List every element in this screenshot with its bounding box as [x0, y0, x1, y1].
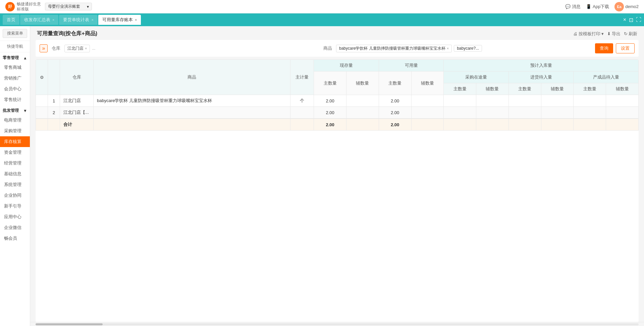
- sidebar-item-operation[interactable]: 经营管理: [0, 158, 30, 169]
- sidebar-item-basic-info[interactable]: 基础信息: [0, 169, 30, 179]
- th-available-qty: 可用量: [379, 60, 444, 72]
- sidebar-item-system[interactable]: 系统管理: [0, 179, 30, 190]
- sidebar-section-wholesale: 批发管理 ▼: [0, 105, 30, 115]
- th-inbound-pending: 进货待入量: [508, 72, 574, 83]
- product-tag-1: babycare学饮杯 儿童防摔防撞吸管杯重力球吸嘴杯宝宝水杯 ×: [336, 45, 452, 52]
- sidebar-item-ecommerce[interactable]: 电商管理: [0, 115, 30, 126]
- print-icon: 🖨: [573, 31, 578, 36]
- sidebar-item-purchase[interactable]: 采购管理: [0, 126, 30, 136]
- th-purchase-main: 主数量: [444, 83, 476, 95]
- sidebar-item-marketing[interactable]: 营销推广: [0, 73, 30, 84]
- avatar: Ea: [614, 2, 624, 11]
- sidebar-item-app-center[interactable]: 应用中心: [0, 212, 30, 222]
- top-bar-left: 好 畅捷通好生意 标准版 母婴行业演示账套 ▾: [5, 2, 92, 11]
- sidebar-item-member-center[interactable]: 会员中心: [0, 84, 30, 94]
- th-inbound-aux: 辅数量: [541, 83, 574, 95]
- maximize-window-icon[interactable]: ⛶: [636, 17, 641, 23]
- tab-receipt-summary[interactable]: 收发存汇总表 ×: [20, 15, 58, 25]
- td-group-avail-aux: [411, 107, 444, 119]
- message-button[interactable]: 💬 消息: [565, 4, 581, 10]
- data-table: ⚙ 仓库 商品 主计量 现存量 可用量 预计入库量 主数量 辅数量 主数量 辅数…: [36, 59, 639, 131]
- tab-order-stats[interactable]: 要货单统计表 ×: [59, 15, 97, 25]
- tab-receipt-summary-label: 收发存汇总表: [24, 17, 50, 23]
- scrollbar-thumb[interactable]: [36, 323, 103, 325]
- th-warehouse: 仓库: [60, 60, 94, 95]
- td-purchase-aux: [476, 95, 509, 107]
- td-group-inbound-aux: [541, 107, 574, 119]
- tab-home-label: 首页: [7, 17, 15, 23]
- tab-available-stock-close[interactable]: ×: [135, 18, 137, 22]
- tab-receipt-summary-close[interactable]: ×: [52, 18, 54, 22]
- td-footer-avail-aux: [411, 119, 444, 131]
- td-footer-num: [48, 119, 60, 131]
- th-production-aux: 辅数量: [606, 83, 639, 95]
- close-window-icon[interactable]: ×: [623, 17, 626, 23]
- td-current-main: 2.00: [314, 95, 346, 107]
- td-inbound-aux: [541, 95, 574, 107]
- warehouse-more[interactable]: ...: [92, 46, 95, 51]
- th-product: 商品: [94, 60, 290, 95]
- th-purchase-aux: 辅数量: [476, 83, 509, 95]
- td-footer-purchase-aux: [476, 119, 509, 131]
- th-expected-inbound: 预计入库量: [444, 60, 639, 72]
- horizontal-scrollbar[interactable]: [30, 322, 644, 326]
- filter-actions: 查询 设置: [595, 43, 635, 53]
- sidebar-item-enterprise-wechat[interactable]: 企业微信: [0, 222, 30, 233]
- sidebar-item-retail-stats[interactable]: 零售统计: [0, 94, 30, 105]
- td-avail-aux: [411, 95, 444, 107]
- table-group-row: 2 江北门店【... 2.00 2.00: [36, 107, 639, 119]
- th-row-num: [48, 60, 60, 95]
- th-main-unit: 主计量: [290, 60, 314, 95]
- sidebar-search-button[interactable]: 搜索菜单: [3, 29, 27, 38]
- print-template-button[interactable]: 🖨 按模板打印 ▾: [573, 31, 604, 37]
- warehouse-tag-close[interactable]: ×: [85, 46, 87, 50]
- th-production-pending: 产成品待入量: [574, 72, 639, 83]
- chevron-up-icon: ▲: [23, 56, 27, 60]
- filter-toggle-button[interactable]: »: [40, 44, 48, 52]
- th-current-main-qty: 主数量: [314, 72, 346, 95]
- sidebar-item-inventory[interactable]: 库存核算: [0, 136, 30, 147]
- td-footer-production-aux: [606, 119, 639, 131]
- export-button[interactable]: ⬇ 导出: [607, 31, 621, 37]
- table-footer-row: 合计 2.00 2.00: [36, 119, 639, 131]
- sidebar-item-retail-shop[interactable]: 零售商城: [0, 62, 30, 73]
- restore-window-icon[interactable]: ⊡: [629, 17, 633, 23]
- sidebar-item-enterprise-collab[interactable]: 企业协同: [0, 190, 30, 201]
- product-tag-1-close[interactable]: ×: [447, 46, 449, 50]
- warehouse-label: 仓库: [52, 45, 60, 51]
- tab-home[interactable]: 首页: [3, 15, 19, 25]
- product-tag-2: babycare?...: [454, 45, 482, 52]
- td-group-num: 2: [48, 107, 60, 119]
- td-group-production-aux: [606, 107, 639, 119]
- industry-selector[interactable]: 母婴行业演示账套 ▾: [45, 3, 92, 10]
- th-avail-aux-qty: 辅数量: [411, 72, 444, 95]
- settings-button[interactable]: 设置: [616, 43, 635, 53]
- td-group-purchase-main: [444, 107, 476, 119]
- td-footer-inbound-main: [508, 119, 541, 131]
- sidebar-section-retail: 零售管理 ▲: [0, 52, 30, 62]
- phone-icon: 📱: [586, 4, 591, 9]
- sidebar-item-vip-member[interactable]: 畅会员: [0, 233, 30, 244]
- th-purchase-transit: 采购在途量: [444, 72, 509, 83]
- td-row-num: 1: [48, 95, 60, 107]
- tab-available-stock[interactable]: 可用量库存账本 ×: [98, 15, 141, 25]
- query-button[interactable]: 查询: [595, 43, 613, 53]
- th-production-main: 主数量: [574, 83, 606, 95]
- main-layout: 搜索菜单 快捷导航 零售管理 ▲ 零售商城 营销推广 会员中心 零售统计 批发管…: [0, 26, 644, 326]
- refresh-button[interactable]: ↻ 刷新: [624, 31, 637, 37]
- sidebar-item-quick-nav[interactable]: 快捷导航: [0, 41, 30, 52]
- td-group-production-main: [574, 107, 606, 119]
- th-settings: ⚙: [36, 60, 48, 95]
- th-current-stock: 现存量: [314, 60, 379, 72]
- app-download-button[interactable]: 📱 App下载: [586, 4, 609, 10]
- logo-text: 畅捷通好生意 标准版: [17, 2, 41, 11]
- td-warehouse: 江北门店: [60, 95, 94, 107]
- sidebar-item-finance[interactable]: 资金管理: [0, 147, 30, 158]
- logo-icon: 好: [5, 2, 15, 11]
- warehouse-tag: 江北门店 ×: [64, 45, 90, 52]
- user-menu[interactable]: Ea demo2: [614, 2, 639, 11]
- tab-order-stats-close[interactable]: ×: [91, 18, 93, 22]
- sidebar-item-new-guide[interactable]: 新手引导: [0, 201, 30, 212]
- td-group-purchase-aux: [476, 107, 509, 119]
- td-footer-avail-main: 2.00: [379, 119, 411, 131]
